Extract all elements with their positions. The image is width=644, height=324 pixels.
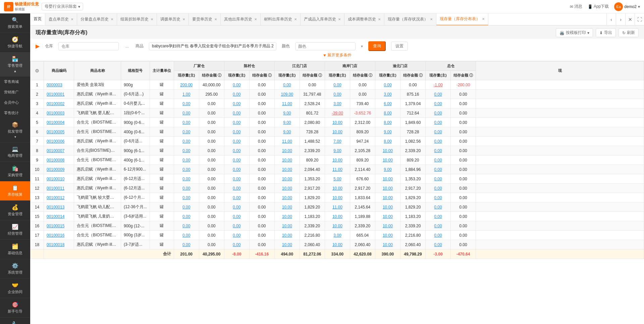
cell-code[interactable]: 00100011 <box>44 184 74 193</box>
cell-t-qty[interactable]: 0.00 <box>426 155 451 165</box>
cell-j-qty[interactable]: 10.00 <box>274 202 300 212</box>
cell-code[interactable]: 00100014 <box>44 212 74 221</box>
cell-c-qty[interactable]: 0.00 <box>224 108 249 118</box>
cell-n-qty[interactable]: 11.00 <box>325 165 350 174</box>
cell-n-qty[interactable]: 10.00 <box>325 155 350 165</box>
cell-t-qty[interactable]: 0.00 <box>426 193 451 202</box>
warehouse-input[interactable] <box>58 42 119 50</box>
cell-n-qty[interactable]: 10.00 <box>325 127 350 137</box>
app-download-btn[interactable]: 📱 App下载 <box>588 4 609 9</box>
cell-j-qty[interactable]: 10.00 <box>274 240 300 249</box>
cell-y-qty[interactable]: 10.00 <box>375 231 400 240</box>
cell-code[interactable]: 00100010 <box>44 174 74 184</box>
cell-c-qty[interactable]: 0.00 <box>224 212 249 221</box>
cell-j-qty[interactable]: 10.00 <box>274 221 300 231</box>
tab-assembly[interactable]: 组装折卸单历史 ✕ <box>117 13 157 26</box>
cell-t-qty[interactable]: 0.00 <box>426 99 451 108</box>
cell-c-qty[interactable]: 0.00 <box>224 90 249 99</box>
cell-y-qty[interactable]: 10.00 <box>375 184 400 193</box>
tab-material-outbound[interactable]: 材料出库单历史 ✕ <box>261 13 301 26</box>
tab-next-btn[interactable]: › <box>616 13 625 26</box>
cell-f-qty[interactable]: 0.00 <box>174 146 199 155</box>
export-btn[interactable]: ⬇ 导出 <box>596 28 616 37</box>
cell-y-qty[interactable]: 10.00 <box>375 146 400 155</box>
tab-product-inbound[interactable]: 产成品入库单历史 ✕ <box>301 13 344 26</box>
cell-code[interactable]: 00100018 <box>44 240 74 249</box>
cell-c-qty[interactable]: 0.00 <box>224 137 249 146</box>
cell-t-qty[interactable]: 0.00 <box>426 240 451 249</box>
cell-j-qty[interactable]: 11.00 <box>274 137 300 146</box>
sidebar-item-nav[interactable]: 🧭 快捷导航 <box>0 33 30 52</box>
close-icon[interactable]: ✕ <box>254 17 257 21</box>
cell-y-qty[interactable]: 10.00 <box>375 202 400 212</box>
sidebar-item-retail-mgmt[interactable]: 🏪 零售管理 ▲ <box>0 52 30 77</box>
cell-f-qty[interactable]: 0.00 <box>174 212 199 221</box>
cell-f-qty[interactable]: 1.00 <box>174 90 199 99</box>
cell-y-qty[interactable]: 0.00 <box>375 80 400 90</box>
cell-c-qty[interactable]: 0.00 <box>224 184 249 193</box>
cell-f-qty[interactable]: 0.00 <box>174 231 199 240</box>
cell-n-qty[interactable]: 11.00 <box>325 202 350 212</box>
color-input[interactable] <box>295 42 356 50</box>
table-container[interactable]: ⚙ 商品编码 商品名称 规格型号 主计量单位 厂家仓 陈村仓 江北门店 南岸门店 <box>30 61 644 324</box>
cell-n-qty[interactable]: 0.00 <box>325 80 350 90</box>
tab-partial-stockcheck[interactable]: 分量盘点单历史 ✕ <box>77 13 117 26</box>
tab-transfer[interactable]: 调拨单历史 ✕ <box>157 13 189 26</box>
tab-requisition[interactable]: 要货单历史 ✕ <box>189 13 221 26</box>
cell-code[interactable]: 00100003 <box>44 108 74 118</box>
sidebar-item-retail-mall[interactable]: 零售商城 <box>0 77 30 87</box>
cell-f-qty[interactable]: 0.00 <box>174 193 199 202</box>
cell-c-qty[interactable]: 0.00 <box>224 99 249 108</box>
sidebar-item-inventory[interactable]: 📋 库存核算 <box>0 181 30 201</box>
cell-code[interactable]: 00100002 <box>44 99 74 108</box>
cell-j-qty[interactable]: 10.00 <box>274 165 300 174</box>
cell-c-qty[interactable]: 0.00 <box>224 165 249 174</box>
sidebar-item-search[interactable]: 🔍 搜索英单 <box>0 13 30 33</box>
close-icon[interactable]: ✕ <box>430 17 433 21</box>
cell-t-qty[interactable]: 0.00 <box>426 90 451 99</box>
cell-y-qty[interactable]: 10.00 <box>375 212 400 221</box>
cell-f-qty[interactable]: 0.00 <box>174 165 199 174</box>
tab-prev-btn[interactable]: ‹ <box>606 13 616 26</box>
cell-t-qty[interactable]: 0.00 <box>426 108 451 118</box>
cell-j-qty[interactable]: 10.00 <box>274 193 300 202</box>
cell-j-qty[interactable]: 0.00 <box>274 80 300 90</box>
cell-f-qty[interactable]: 0.00 <box>174 127 199 137</box>
cell-c-qty[interactable]: 0.00 <box>224 127 249 137</box>
tab-stock-distribution[interactable]: 现存量（库存分布表） ✕ <box>436 13 488 26</box>
cell-t-qty[interactable]: 0.00 <box>426 184 451 193</box>
cell-j-qty[interactable]: 10.00 <box>274 212 300 221</box>
cell-c-qty[interactable]: 0.00 <box>224 231 249 240</box>
close-icon[interactable]: ✕ <box>482 17 485 21</box>
cell-y-qty[interactable]: 10.00 <box>375 221 400 231</box>
message-btn[interactable]: ✉ 消息 <box>570 4 582 9</box>
cell-y-qty[interactable]: 6.00 <box>375 99 400 108</box>
cell-c-qty[interactable]: 0.00 <box>224 118 249 127</box>
cell-f-qty[interactable]: 0.00 <box>174 99 199 108</box>
cell-t-qty[interactable]: 0.00 <box>426 118 451 127</box>
cell-n-qty[interactable]: 10.00 <box>325 221 350 231</box>
close-icon[interactable]: ✕ <box>294 17 297 21</box>
cell-code[interactable]: 00100001 <box>44 90 74 99</box>
sidebar-item-retail-stats[interactable]: 零售统计 <box>0 108 30 118</box>
sidebar-item-operation[interactable]: 📈 经营管理 <box>0 220 30 240</box>
cell-c-qty[interactable]: 0.00 <box>224 155 249 165</box>
cell-code[interactable]: 00100008 <box>44 155 74 165</box>
tab-other-outbound[interactable]: 其他出库单历史 ✕ <box>221 13 261 26</box>
cell-j-qty[interactable]: 10.00 <box>274 231 300 240</box>
cell-j-qty[interactable]: 109.00 <box>274 90 300 99</box>
cell-j-qty[interactable]: 9.00 <box>274 127 300 137</box>
cell-t-qty[interactable]: 0.00 <box>426 221 451 231</box>
expand-conditions-btn[interactable]: ▼ 展开更多条件 <box>36 52 639 58</box>
cell-y-qty[interactable]: 10.00 <box>375 240 400 249</box>
cell-n-qty[interactable]: 10.00 <box>325 212 350 221</box>
cell-j-qty[interactable]: 9.00 <box>274 108 300 118</box>
sidebar-item-finance[interactable]: 💰 资金管理 <box>0 201 30 220</box>
cell-t-qty[interactable]: 0.00 <box>426 146 451 155</box>
user-area[interactable]: Ea demo2 ▾ <box>614 2 640 11</box>
close-icon[interactable]: ✕ <box>338 17 341 21</box>
cell-n-qty[interactable]: 0.00 <box>325 90 350 99</box>
cell-t-qty[interactable]: 0.00 <box>426 212 451 221</box>
cell-n-qty[interactable]: 3.00 <box>325 99 350 108</box>
cell-y-qty[interactable]: 3.00 <box>375 90 400 99</box>
